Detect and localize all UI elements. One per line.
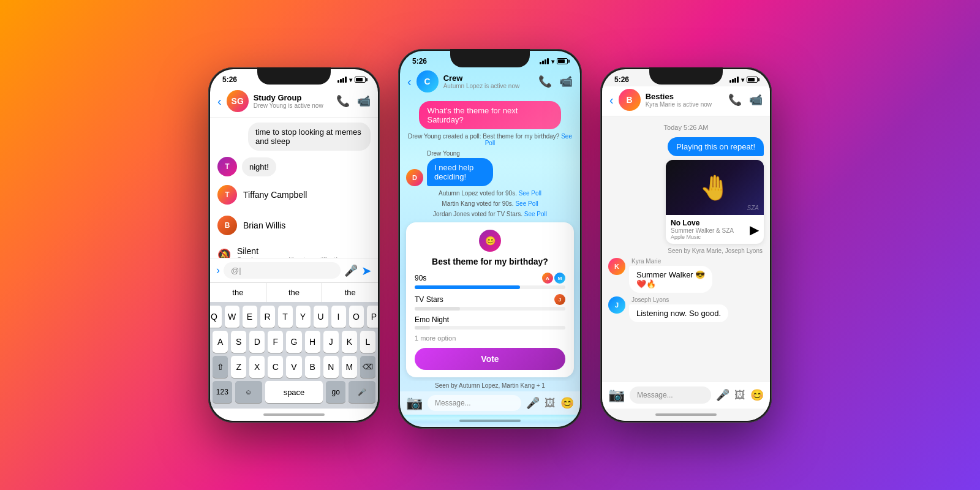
photo-icon-center[interactable]: 🖼 <box>545 397 556 410</box>
key-q[interactable]: Q <box>210 306 222 328</box>
key-u[interactable]: U <box>314 306 328 328</box>
voter-avatar-2: M <box>554 273 565 284</box>
call-icon-left[interactable]: 📞 <box>336 94 350 108</box>
key-delete[interactable]: ⌫ <box>360 356 375 378</box>
option-text-tv: TV Stars <box>415 295 443 304</box>
see-poll-3[interactable]: See Poll <box>515 200 538 207</box>
sticker-icon-right[interactable]: 😊 <box>750 388 764 402</box>
see-poll-1[interactable]: See Poll <box>485 133 572 146</box>
camera-icon-center[interactable]: 📷 <box>406 395 423 411</box>
key-shift[interactable]: ⇧ <box>213 356 228 378</box>
time-center: 5:26 <box>412 57 427 66</box>
besties-sub: Kyra Marie is active now <box>646 101 723 108</box>
key-f[interactable]: F <box>268 331 283 353</box>
key-k[interactable]: K <box>342 331 357 353</box>
video-icon-left[interactable]: 📹 <box>357 94 371 108</box>
see-poll-2[interactable]: See Poll <box>519 190 541 197</box>
call-icon-center[interactable]: 📞 <box>538 75 552 88</box>
contact-row-brian[interactable]: B Brian Willis <box>217 213 371 238</box>
key-w[interactable]: W <box>225 306 239 328</box>
album-art-icon: 🤚 <box>699 173 730 202</box>
key-i[interactable]: I <box>331 306 346 328</box>
key-m[interactable]: M <box>342 356 357 378</box>
contact-row-tiffany[interactable]: T Tiffany Campbell <box>217 183 371 207</box>
message-input-right[interactable]: Message... <box>630 386 711 404</box>
voice-btn-left[interactable]: 🎤 <box>344 264 358 277</box>
crew-message-input[interactable]: Message... <box>428 395 521 411</box>
key-mic[interactable]: 🎤 <box>349 381 375 403</box>
kyra-avatar: K <box>608 258 625 275</box>
poll-option-tvstars: TV Stars J <box>415 294 565 311</box>
time-left: 5:26 <box>222 75 237 84</box>
key-go[interactable]: go <box>326 381 345 403</box>
video-icon-right[interactable]: 📹 <box>749 93 763 107</box>
today-label: Today 5:26 AM <box>608 121 764 134</box>
wifi-center: ▾ <box>551 58 554 65</box>
sticker-icon-center[interactable]: 😊 <box>560 396 574 410</box>
chat-sub-left: Drew Young is active now <box>254 102 331 109</box>
expand-icon-left[interactable]: › <box>216 264 220 277</box>
key-t[interactable]: T <box>278 306 293 328</box>
key-d[interactable]: D <box>249 331 265 353</box>
key-v[interactable]: V <box>286 356 301 378</box>
mic-icon-right[interactable]: 🎤 <box>716 388 729 402</box>
song-name: No Love <box>671 219 746 227</box>
key-r[interactable]: R <box>260 306 275 328</box>
key-l[interactable]: L <box>360 331 375 353</box>
video-icon-center[interactable]: 📹 <box>559 75 573 88</box>
input-bar-left: › @| 🎤 ➤ <box>210 258 378 282</box>
key-space[interactable]: space <box>265 381 323 403</box>
see-poll-4[interactable]: See Poll <box>524 211 547 217</box>
poll-avatar: 😊 <box>479 230 501 252</box>
key-a[interactable]: A <box>213 331 228 353</box>
key-c[interactable]: C <box>268 356 283 378</box>
album-art: 🤚 SZA <box>666 160 764 215</box>
crew-header: ‹ C Crew Autumn Lopez is active now 📞 📹 <box>400 68 580 97</box>
crew-info: Crew Autumn Lopez is active now <box>443 74 533 89</box>
key-o[interactable]: O <box>349 306 364 328</box>
poll-question: Best theme for my birthday? <box>415 257 565 266</box>
key-x[interactable]: X <box>249 356 265 378</box>
key-p[interactable]: P <box>367 306 379 328</box>
key-emoji[interactable]: ☺ <box>235 381 262 403</box>
back-button-right[interactable]: ‹ <box>609 93 614 107</box>
key-s[interactable]: S <box>231 331 246 353</box>
silent-row[interactable]: 🔕 Silent Send message without a notifica… <box>217 244 371 258</box>
theme-bubble: What's the theme for next Saturday? <box>419 101 562 129</box>
key-z[interactable]: Z <box>231 356 246 378</box>
pred-2[interactable]: the <box>266 283 323 302</box>
mic-icon-center[interactable]: 🎤 <box>526 396 540 410</box>
pred-1[interactable]: the <box>210 283 266 302</box>
service-name: Apple Music <box>671 234 746 240</box>
kyra-bubble: Summer Walker 😎❤️🔥 <box>629 266 712 293</box>
poll-option-label-tv: TV Stars J <box>415 294 565 305</box>
seen-text-center: Seen by Autumn Lopez, Martin Kang + 1 <box>400 381 580 391</box>
bar4r <box>737 77 739 83</box>
status-icons-right: ▾ <box>729 77 758 83</box>
pred-3[interactable]: the <box>322 283 378 302</box>
play-button[interactable]: ▶ <box>750 222 759 237</box>
battery-right <box>747 77 758 83</box>
key-h[interactable]: H <box>305 331 320 353</box>
camera-icon-right[interactable]: 📷 <box>608 387 625 403</box>
key-123[interactable]: 123 <box>213 381 232 403</box>
key-n[interactable]: N <box>323 356 339 378</box>
home-bar-center <box>400 415 580 427</box>
key-b[interactable]: B <box>305 356 320 378</box>
poll-bar-bg-tv <box>415 307 565 311</box>
key-j[interactable]: J <box>323 331 339 353</box>
photo-icon-right[interactable]: 🖼 <box>734 389 745 402</box>
drew-avatar: D <box>406 169 423 186</box>
header-info-left: Study Group Drew Young is active now <box>254 93 331 109</box>
key-e[interactable]: E <box>243 306 257 328</box>
key-y[interactable]: Y <box>296 306 311 328</box>
text-input-left[interactable]: @| <box>224 262 341 279</box>
call-icon-right[interactable]: 📞 <box>728 93 742 107</box>
vote-button[interactable]: Vote <box>415 348 565 370</box>
drew-message: D Drew Young I need help deciding! <box>406 150 574 186</box>
bar4 <box>345 77 347 83</box>
back-button-center[interactable]: ‹ <box>407 75 412 89</box>
back-button-left[interactable]: ‹ <box>217 94 222 108</box>
key-g[interactable]: G <box>286 331 301 353</box>
send-btn-left[interactable]: ➤ <box>361 263 372 278</box>
